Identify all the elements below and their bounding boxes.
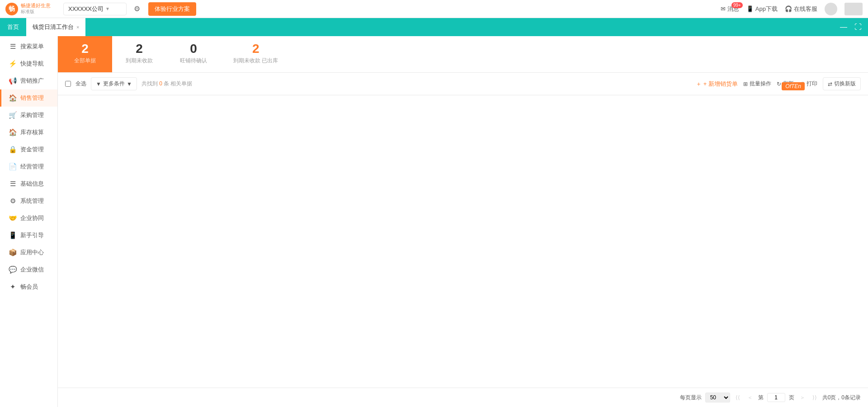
batch-icon: ⊞ — [743, 81, 748, 87]
sidebar-item-purchase[interactable]: 🛒 采购管理 — [0, 107, 57, 124]
app-download-button[interactable]: 📱 App下载 — [746, 5, 778, 13]
toolbar: 全选 ▼ 更多条件 ▼ 共找到 0 条 相关单据 ＋ + 新增销货单 ⊞ 批量操… — [58, 73, 868, 95]
minimize-button[interactable]: — — [838, 22, 849, 33]
app-download-label: App下载 — [755, 5, 778, 13]
sidebar-item-member[interactable]: ✦ 畅会员 — [0, 278, 57, 295]
logo-icon: 畅 — [5, 3, 18, 15]
sidebar-label: 企业协同 — [20, 214, 44, 222]
sidebar-item-system[interactable]: ⚙ 系统管理 — [0, 192, 57, 210]
select-all-checkbox[interactable] — [65, 81, 71, 87]
settings-button[interactable]: ⚙ — [130, 2, 144, 16]
sidebar-label: 新手引导 — [20, 231, 44, 239]
tab-actions: — ⛶ — [838, 22, 868, 33]
page-label-suffix: 页 — [789, 394, 794, 402]
sidebar-label: 快捷导航 — [20, 60, 44, 68]
page-number-input[interactable] — [767, 393, 785, 402]
tab-label: 钱货日清工作台 — [33, 23, 74, 31]
sidebar-label: 系统管理 — [20, 197, 44, 205]
filter-icon: ▼ — [96, 81, 101, 87]
stat-num-2: 0 — [190, 42, 197, 55]
stat-label-0: 全部单据 — [74, 57, 96, 65]
sidebar-item-basic[interactable]: ☰ 基础信息 — [0, 175, 57, 192]
close-icon[interactable]: × — [76, 24, 79, 30]
per-page-select[interactable]: 50 10 20 100 — [705, 393, 730, 402]
operations-icon: 📄 — [9, 163, 17, 171]
sidebar-label: 畅会员 — [20, 283, 38, 291]
last-page-button[interactable]: ⟩⟩ — [811, 394, 819, 401]
switch-icon: ⇄ — [828, 81, 832, 87]
message-button[interactable]: ✉ 消息 99+ — [721, 5, 739, 13]
first-page-button[interactable]: ⟨⟨ — [734, 394, 742, 401]
filter-button[interactable]: ▼ 更多条件 ▼ — [91, 77, 137, 90]
sidebar-item-guide[interactable]: 📱 新手引导 — [0, 227, 57, 244]
sidebar-label: 搜索菜单 — [20, 42, 44, 51]
member-icon: ✦ — [9, 283, 17, 291]
found-text: 共找到 0 条 相关单据 — [142, 80, 193, 88]
finance-icon: 🔒 — [9, 145, 17, 154]
page-label: 第 — [758, 394, 764, 402]
sales-icon: 🏠 — [9, 94, 17, 102]
sidebar-item-operations[interactable]: 📄 经营管理 — [0, 158, 57, 175]
batch-operation-button[interactable]: ⊞ 批量操作 — [743, 80, 771, 88]
pagination: 每页显示 50 10 20 100 ⟨⟨ ＜ 第 页 ＞ ⟩⟩ 共0页，0条记录 — [58, 388, 868, 407]
maximize-button[interactable]: ⛶ — [853, 22, 863, 33]
online-service-button[interactable]: 🎧 在线客服 — [785, 5, 817, 13]
prev-page-button[interactable]: ＜ — [745, 394, 755, 402]
add-sales-order-button[interactable]: ＋ + 新增销货单 — [696, 80, 738, 88]
stat-card-1[interactable]: 2 到期未收款 — [112, 36, 166, 72]
topbar: 畅 畅捷通好生意 标准版 XXXXXX公司 ▼ ⚙ 体验行业方案 ✉ 消息 99… — [0, 0, 868, 18]
message-icon: ✉ — [721, 5, 726, 12]
stat-card-2[interactable]: 0 旺铺待确认 — [166, 36, 221, 72]
phone-icon: 📱 — [746, 5, 754, 12]
company-selector[interactable]: XXXXXX公司 ▼ — [63, 3, 127, 15]
sidebar-item-wechat[interactable]: 💬 企业微信 — [0, 261, 57, 278]
headset-icon: 🎧 — [785, 5, 792, 12]
stat-card-3[interactable]: 2 到期未收款 已出库 — [221, 36, 291, 72]
found-num: 0 — [159, 80, 162, 87]
guide-icon: 📱 — [9, 231, 17, 239]
tabbar: 首页 钱货日清工作台 × — ⛶ — [0, 18, 868, 36]
sidebar-label: 销售管理 — [20, 94, 44, 102]
system-icon: ⚙ — [9, 197, 17, 205]
logo-name: 畅捷通好生意 — [21, 3, 51, 9]
sidebar-label: 应用中心 — [20, 248, 44, 257]
company-name: XXXXXX公司 — [68, 5, 104, 13]
tab-work-station[interactable]: 钱货日清工作台 × — [26, 18, 85, 36]
sidebar-label: 企业微信 — [20, 266, 44, 274]
logo: 畅 畅捷通好生意 标准版 — [5, 3, 63, 15]
stat-card-0[interactable]: 2 全部单据 — [58, 36, 112, 72]
stat-label-1: 到期未收款 — [126, 57, 153, 65]
stat-label-3: 到期未收款 已出库 — [233, 57, 278, 65]
chevron-down-icon: ▼ — [105, 6, 110, 11]
topbar-right: ✉ 消息 99+ 📱 App下载 🎧 在线客服 — [721, 3, 863, 15]
sidebar-item-quick-nav[interactable]: ⚡ 快捷导航 — [0, 55, 57, 72]
sidebar-label: 经营管理 — [20, 163, 44, 171]
message-badge: 99+ — [731, 2, 743, 8]
filter-label: 更多条件 — [103, 80, 125, 88]
stats-bar: 2 全部单据 2 到期未收款 0 旺铺待确认 2 到期未收款 已出库 — [58, 36, 868, 73]
filter-chevron-icon: ▼ — [127, 81, 132, 87]
sidebar-label: 基础信息 — [20, 180, 44, 188]
stat-num-1: 2 — [136, 42, 143, 55]
user-name-area — [844, 3, 863, 15]
search-icon: ☰ — [9, 42, 17, 51]
try-industry-button[interactable]: 体验行业方案 — [148, 2, 196, 16]
main-content: 2 全部单据 2 到期未收款 0 旺铺待确认 2 到期未收款 已出库 全选 ▼ … — [58, 36, 868, 407]
select-all-label: 全选 — [75, 80, 86, 88]
switch-version-button[interactable]: ⇄ 切换新版 — [823, 77, 861, 90]
sidebar-item-inventory[interactable]: 🏠 库存核算 — [0, 124, 57, 141]
sidebar-item-finance[interactable]: 🔒 资金管理 — [0, 141, 57, 158]
refresh-icon: ↻ — [777, 81, 781, 87]
sidebar-item-search[interactable]: ☰ 搜索菜单 — [0, 38, 57, 55]
wechat-icon: 💬 — [9, 266, 17, 274]
avatar[interactable] — [825, 3, 837, 15]
tab-home[interactable]: 首页 — [0, 18, 26, 36]
sidebar-item-sales[interactable]: 🏠 销售管理 — [0, 89, 57, 107]
often-badge: OfTEn — [782, 82, 805, 90]
marketing-icon: 📢 — [9, 77, 17, 85]
sidebar: ☰ 搜索菜单 ⚡ 快捷导航 📢 营销推广 🏠 销售管理 🛒 采购管理 🏠 库存核… — [0, 36, 58, 407]
sidebar-item-enterprise[interactable]: 🤝 企业协同 — [0, 210, 57, 227]
next-page-button[interactable]: ＞ — [798, 394, 807, 402]
sidebar-item-appstore[interactable]: 📦 应用中心 — [0, 244, 57, 261]
sidebar-item-marketing[interactable]: 📢 营销推广 — [0, 72, 57, 89]
